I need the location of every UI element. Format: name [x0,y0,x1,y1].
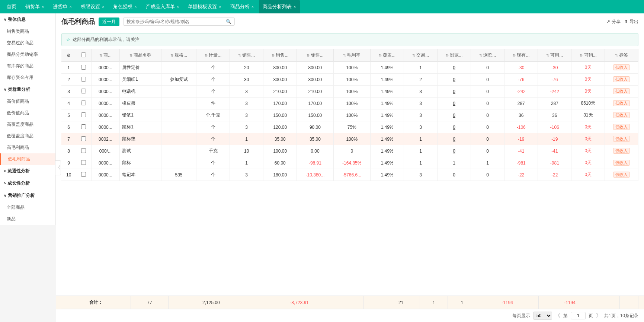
row-checkbox[interactable] [76,121,91,133]
sidebar-group-整体信息[interactable]: ∨整体信息 [0,13,55,26]
arrow-icon: > [4,181,6,185]
nav-item-角色授权[interactable]: 角色授权× [109,0,140,13]
product-code: 0000... [91,169,120,181]
sidebar-item-商品分类助销率[interactable]: 商品分类助销率 [0,49,55,60]
page-title: 低毛利商品 [61,17,95,26]
row-checkbox[interactable] [76,98,91,109]
sidebar-item-全部商品[interactable]: 全部商品 [0,202,55,213]
available: -106 [538,121,571,133]
nav-close-icon[interactable]: × [102,4,104,9]
search-icon[interactable]: 🔍 [226,19,231,24]
row-number: 6 [61,121,76,133]
product-spec [161,98,196,109]
export-button[interactable]: ⬆ 导出 [624,19,638,25]
table-row: 70002...鼠标垫个135.0035.00100%1.49%100-19-1… [61,133,638,145]
sidebar-group-营销推广分析[interactable]: ∨营销推广分析 [0,189,55,202]
nav-close-icon[interactable]: × [69,4,71,9]
row-checkbox[interactable] [76,145,91,157]
nav-item-进货单[interactable]: 进货单× [49,0,75,13]
sidebar-item-新品[interactable]: 新品 [0,213,55,225]
row-checkbox[interactable] [76,109,91,121]
nav-item-商品分析列表[interactable]: 商品分析列表× [259,0,299,13]
nav-item-产成品入库单[interactable]: 产成品入库单× [142,0,183,13]
search-input[interactable] [126,19,226,24]
sidebar-group-成长性分析[interactable]: >成长性分析 [0,177,55,189]
gross-margin: 0 [333,145,370,157]
available: 287 [538,98,571,109]
nav-close-icon[interactable]: × [294,4,296,9]
footer-cell-6: 21 [382,296,420,309]
saleable: 0天 [571,121,605,133]
sidebar-collapse-button[interactable]: 《 [55,160,61,175]
sidebar: ∨整体信息销售类商品交易过的商品商品分类助销率有库存的商品库存资金占用∨类群量分… [0,13,56,225]
sidebar-item-高覆盖度商品[interactable]: 高覆盖度商品 [0,119,55,130]
per-page-select[interactable]: 50 100 200 [533,312,552,320]
next-page-button[interactable]: 》 [596,312,601,319]
gross-margin: -5766.6... [333,169,370,181]
row-checkbox[interactable] [76,157,91,169]
sidebar-item-高价值商品[interactable]: 高价值商品 [0,96,55,107]
sidebar-item-交易过的商品[interactable]: 交易过的商品 [0,37,55,49]
sidebar-group-流通性分析[interactable]: >流通性分析 [0,165,55,177]
period-button[interactable]: 近一月 [99,17,119,26]
col-header-sales_price: ⇅ 销售... [263,49,297,62]
tag-badge: 低收入 [605,121,638,133]
nav-item-销货单[interactable]: 销货单× [22,0,48,13]
nav-item-首页[interactable]: 首页 [3,0,20,13]
row-number: 2 [61,74,76,86]
row-number: 9 [61,157,76,169]
trade-count: 1 [404,133,438,145]
page-input[interactable] [571,312,586,319]
trade-count: 3 [404,169,438,181]
product-spec [161,62,196,74]
prev-page-button[interactable]: 《 [555,312,560,319]
sales-price: 100.00 [263,145,297,157]
nav-item-商品分析[interactable]: 商品分析× [227,0,257,13]
nav-close-icon[interactable]: × [177,4,179,9]
share-button[interactable]: ↗ 分享 [606,19,621,25]
sales-qty: 30 [230,74,263,86]
sidebar-item-低价值商品[interactable]: 低价值商品 [0,107,55,119]
row-checkbox[interactable] [76,62,91,74]
tag-badge: 低收入 [605,157,638,169]
product-code: 0000... [91,121,120,133]
footer-cell-8: 1 [448,296,476,309]
view1: 0 [438,74,471,86]
sidebar-item-库存资金占用[interactable]: 库存资金占用 [0,72,55,83]
col-header-checkbox[interactable] [76,49,91,62]
available: -41 [538,145,571,157]
row-checkbox[interactable] [76,133,91,145]
row-checkbox[interactable] [76,86,91,98]
row-checkbox[interactable] [76,74,91,86]
trade-count: 1 [404,157,438,169]
coverage: 1.49% [370,74,404,86]
col-header-settings[interactable]: ⚙ [61,49,76,62]
footer-cell-12 [619,296,638,309]
sidebar-group-类群量分析[interactable]: ∨类群量分析 [0,83,55,96]
product-code: 0002... [91,133,120,145]
sidebar-item-销售类商品[interactable]: 销售类商品 [0,26,55,37]
sidebar-item-有库存的商品[interactable]: 有库存的商品 [0,60,55,72]
nav-item-单据模板设置[interactable]: 单据模板设置× [184,0,225,13]
gross-margin: 100% [333,109,370,121]
tag-badge: 低收入 [605,133,638,145]
coverage: 1.49% [370,169,404,181]
settings-icon[interactable]: ⚙ [67,53,71,58]
nav-item-权限设置[interactable]: 权限设置× [77,0,108,13]
saleable: 0天 [571,74,605,86]
select-all-checkbox[interactable] [81,52,86,57]
nav-close-icon[interactable]: × [42,4,44,9]
nav-close-icon[interactable]: × [134,4,137,9]
footer-cell-5 [363,296,382,309]
sidebar-item-低毛利商品[interactable]: 低毛利商品 [0,153,55,165]
nav-close-icon[interactable]: × [251,4,254,9]
tag-badge: 低收入 [605,98,638,109]
row-checkbox[interactable] [76,169,91,181]
view2: 0 [471,62,504,74]
product-name: 鼠标垫 [120,133,161,145]
nav-close-icon[interactable]: × [219,4,221,9]
saleable: 0天 [571,62,605,74]
header-actions: ↗ 分享 ⬆ 导出 [606,19,638,25]
sidebar-item-低覆盖度商品[interactable]: 低覆盖度商品 [0,130,55,142]
sidebar-item-高毛利商品[interactable]: 高毛利商品 [0,142,55,153]
